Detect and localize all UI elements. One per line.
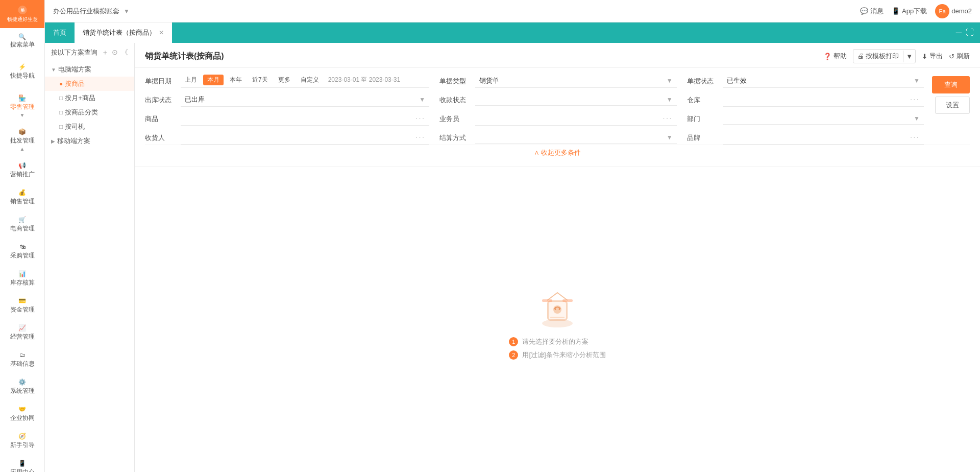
out-status-control[interactable]: 已出库 ▼	[181, 93, 429, 107]
search-menu[interactable]: 🔍 搜索菜单	[0, 28, 44, 54]
collapse-bar[interactable]: ∧ 收起更多条件	[145, 145, 970, 160]
date-tab-last-month[interactable]: 上月	[181, 75, 201, 85]
sidebar-item-operation[interactable]: 📈 经营管理	[0, 319, 44, 346]
brand-control[interactable]: ···	[723, 131, 924, 145]
date-label: 单据日期	[145, 77, 181, 86]
dept-control[interactable]: ▼	[723, 113, 924, 125]
left-panel-title: 按以下方案查询	[51, 48, 97, 57]
goods-dots-icon: ···	[415, 114, 425, 123]
tree-child-icon-month: □	[59, 95, 63, 102]
out-status-value: 已出库	[185, 95, 205, 104]
date-tab-more[interactable]: 更多	[274, 75, 295, 85]
out-status-label: 出库状态	[145, 96, 181, 105]
add-scheme-icon[interactable]: ＋	[102, 48, 109, 57]
status-dropdown-icon: ▼	[914, 77, 920, 84]
tree-child-icon-category: □	[59, 109, 63, 116]
page-title: 销货单统计表(按商品)	[145, 51, 224, 62]
header-right: 💬 消息 📱 App下载 Ea demo2	[860, 4, 972, 18]
sidebar-item-wholesale[interactable]: 📦 批发管理 ▲	[0, 123, 44, 157]
logo-icon: 畅	[13, 5, 32, 15]
tree-child-by-driver[interactable]: □ 按司机	[45, 120, 134, 134]
settlement-label: 结算方式	[439, 133, 475, 143]
sidebar-item-quick-nav[interactable]: ⚡ 快捷导航	[0, 58, 44, 85]
message-icon: 💬	[860, 7, 868, 15]
tree-child-by-month-product[interactable]: □ 按月+商品	[45, 91, 134, 105]
filter-brand: 品牌 ···	[687, 131, 924, 145]
filter-salesman: 业务员 ···	[439, 112, 676, 126]
tree-child-by-product[interactable]: ● 按商品	[45, 77, 134, 91]
export-icon: ⬇	[922, 53, 927, 60]
sidebar-item-retail[interactable]: 🏪 零售管理 ▼	[0, 89, 44, 123]
sidebar-item-marketing[interactable]: 📢 营销推广	[0, 157, 44, 184]
sidebar-item-collab[interactable]: 🤝 企业协同	[0, 400, 44, 428]
tree-child-by-category[interactable]: □ 按商品分类	[45, 105, 134, 120]
goods-control[interactable]: ···	[181, 112, 429, 126]
sidebar-item-sales[interactable]: 💰 销售管理	[0, 184, 44, 211]
sidebar-item-system[interactable]: ⚙️ 系统管理	[0, 373, 44, 400]
header-breadcrumb: 办公用品行业模拟账套 ▼	[53, 7, 130, 16]
receiver-control[interactable]: ···	[181, 131, 429, 145]
type-dropdown-icon: ▼	[667, 77, 673, 84]
app-download-button[interactable]: 📱 App下载	[892, 7, 927, 16]
tab-home-label: 首页	[53, 28, 66, 37]
collapse-panel-icon[interactable]: 《	[121, 48, 128, 57]
tab-maximize-icon[interactable]: ⛶	[966, 28, 974, 37]
svg-point-6	[555, 308, 556, 310]
tab-close-button[interactable]: ✕	[159, 29, 164, 36]
sidebar-item-finance[interactable]: 💳 资金管理	[0, 292, 44, 319]
filter-out-status: 出库状态 已出库 ▼	[145, 93, 429, 107]
type-control[interactable]: 销货单 ▼	[475, 74, 676, 88]
sidebar-item-guide[interactable]: 🧭 新手引导	[0, 428, 44, 455]
tree-parent-mobile[interactable]: ▶ 移动端方案	[45, 134, 134, 148]
export-button[interactable]: ⬇ 导出	[922, 52, 943, 61]
btn-group: 查询 设置	[932, 74, 970, 114]
message-label: 消息	[870, 7, 884, 16]
out-status-dropdown-icon: ▼	[419, 96, 425, 103]
type-value: 销货单	[479, 76, 499, 85]
help-icon: ❓	[823, 53, 831, 60]
sidebar-item-purchase[interactable]: 🛍 采购管理	[0, 238, 44, 265]
edit-scheme-icon[interactable]: ⊙	[112, 48, 118, 57]
tab-sales-report[interactable]: 销货单统计表（按商品） ✕	[75, 22, 172, 43]
type-label: 单据类型	[439, 77, 475, 86]
left-panel: 按以下方案查询 ＋ ⊙ 《 ▼ 电脑端方案 ● 按商品 □	[45, 43, 135, 472]
date-tab-7days[interactable]: 近7天	[248, 75, 272, 85]
tree-parent-pc[interactable]: ▼ 电脑端方案	[45, 62, 134, 77]
empty-tip-2: 2 用[过滤]条件来缩小分析范围	[509, 350, 605, 360]
warehouse-control[interactable]: ···	[723, 93, 924, 107]
help-label: 帮助	[834, 52, 847, 61]
message-button[interactable]: 💬 消息	[860, 7, 884, 16]
help-button[interactable]: ❓ 帮助	[823, 52, 847, 61]
date-tab-custom[interactable]: 自定义	[297, 75, 323, 85]
empty-illustration	[532, 280, 583, 331]
tab-minimize-icon[interactable]: ─	[956, 28, 962, 37]
tab-home[interactable]: 首页	[45, 22, 75, 43]
breadcrumb-dropdown[interactable]: ▼	[124, 8, 130, 15]
tab-bar: 首页 销货单统计表（按商品） ✕ ─ ⛶	[45, 22, 980, 43]
salesman-label: 业务员	[439, 114, 475, 124]
tip-text-2: 用[过滤]条件来缩小分析范围	[522, 350, 605, 360]
goods-label: 商品	[145, 114, 181, 124]
dept-label: 部门	[687, 114, 723, 124]
refresh-icon: ↺	[949, 53, 954, 60]
date-tab-this-month[interactable]: 本月	[203, 75, 224, 85]
settlement-control[interactable]: ▼	[475, 132, 676, 144]
refresh-button[interactable]: ↺ 刷新	[949, 52, 970, 61]
settings-button[interactable]: 设置	[935, 97, 970, 114]
status-control[interactable]: 已生效 ▼	[723, 74, 924, 88]
query-button[interactable]: 查询	[932, 76, 970, 93]
sidebar-item-ecommerce[interactable]: 🛒 电商管理	[0, 211, 44, 238]
collect-status-control[interactable]: ▼	[475, 94, 676, 106]
tip-num-1: 1	[509, 337, 518, 346]
download-icon: 📱	[892, 7, 900, 15]
date-tab-this-year[interactable]: 本年	[226, 75, 246, 85]
svg-text:畅: 畅	[20, 8, 24, 12]
sidebar-item-basic[interactable]: 🗂 基础信息	[0, 346, 44, 373]
tab-sales-report-label: 销货单统计表（按商品）	[83, 28, 156, 37]
user-profile[interactable]: Ea demo2	[935, 4, 972, 18]
sidebar-item-app-center[interactable]: 📱 应用中心	[0, 455, 44, 472]
salesman-control[interactable]: ···	[475, 112, 676, 126]
print-button[interactable]: 🖨 按模板打印 ▼	[853, 49, 916, 63]
sidebar-item-inventory[interactable]: 📊 库存核算	[0, 265, 44, 292]
print-dropdown-arrow[interactable]: ▼	[903, 51, 915, 62]
